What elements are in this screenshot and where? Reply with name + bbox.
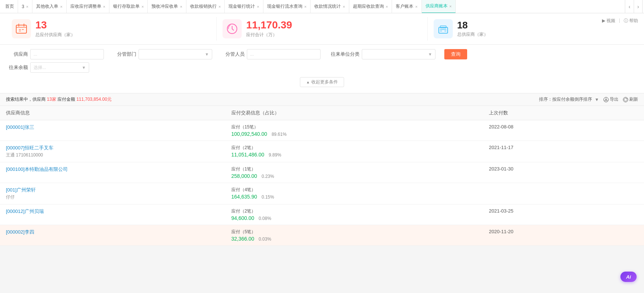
dept-select[interactable]: ▼ <box>139 49 212 59</box>
tab-close-icon[interactable]: × <box>180 4 182 9</box>
last-pay-cell-row-000100: 2023-01-30 <box>483 162 644 183</box>
top-nav: 首页3×其他收入单×应收应付调整单×银行存取款单×预收冲应收单×收款核销执行×现… <box>0 0 644 13</box>
tx-amount-row-001: 164,635.90 <box>231 194 257 200</box>
stat-label-stat-payable-amount: 应付合计（万） <box>246 32 292 38</box>
query-button[interactable]: 查询 <box>444 49 467 59</box>
export-button[interactable]: 导出 <box>603 96 619 103</box>
col-header-lastpay: 上次付数 <box>483 106 644 120</box>
category-select[interactable]: ▼ <box>362 49 435 59</box>
top-right-links: ▶视频 | ⓘ帮助 <box>602 18 638 24</box>
filter-row-1: 供应商 ... 分管部门 ▼ 分管人员 ... 往来单位分类 ▼ <box>6 49 638 59</box>
tx-pct-row-000012: 0.08% <box>259 216 271 221</box>
table-body: [000001]张三应付（15笔）100,092,540.0089.61%202… <box>0 120 644 246</box>
supplier-sub-row-001: 仔仔 <box>6 194 220 200</box>
refresh-button[interactable]: 刷新 <box>623 96 638 103</box>
nav-tab-supplier-ledger[interactable]: 供应商账本× <box>422 0 456 13</box>
dept-label: 分管部门 <box>114 51 136 58</box>
last-pay-cell-row-000012: 2021-03-25 <box>483 204 644 225</box>
table-row: [000001]张三应付（15笔）100,092,540.0089.61%202… <box>0 120 644 141</box>
balance-label: 往来余额 <box>6 64 28 71</box>
tx-cell-row-000012: 应付（2笔）94,600.000.08% <box>225 204 483 225</box>
nav-tab-cash-bank-flow[interactable]: 现金银行流水查询× <box>263 0 311 13</box>
supplier-link-row-000012[interactable]: [000012]广州贝瑞 <box>6 208 44 214</box>
sort-selector[interactable]: 排序：按应付余额倒序排序 ▼ <box>539 96 599 103</box>
supplier-input[interactable]: ... <box>30 49 104 59</box>
tab-close-icon[interactable]: × <box>218 4 221 9</box>
svg-rect-0 <box>16 25 27 33</box>
tx-cell-row-000001: 应付（15笔）100,092,540.0089.61% <box>225 120 483 141</box>
tab-close-icon[interactable]: × <box>103 4 105 9</box>
tx-cell-row-000100: 应付（1笔）258,000.000.23% <box>225 162 483 183</box>
nav-tab-home[interactable]: 首页 <box>1 0 18 13</box>
supplier-link-row-000100[interactable]: [000100]本特勤油品有限公司 <box>6 166 68 172</box>
help-link[interactable]: ⓘ帮助 <box>624 18 638 24</box>
video-link[interactable]: ▶视频 <box>602 18 615 24</box>
nav-tab-bank-deposit[interactable]: 银行存取款单× <box>109 0 148 13</box>
stats-bar: 13总应付供应商（家） 11,170.39应付合计（万） 18总供应商（家） ▶… <box>0 13 644 45</box>
tx-amount-row-000012: 94,600.00 <box>231 215 254 221</box>
supplier-link-row-000007[interactable]: [000007]恒旺二手叉车 <box>6 145 53 151</box>
collapse-up-icon: ▲ <box>306 80 310 84</box>
supplier-link-row-000002[interactable]: [000002]李四 <box>6 229 34 235</box>
export-label: 导出 <box>610 96 619 103</box>
supplier-link-row-001[interactable]: [001]广州荣轩 <box>6 187 36 193</box>
collapse-label: 收起更多条件 <box>311 79 338 85</box>
tab-close-icon[interactable]: × <box>141 4 144 9</box>
tx-amount-row-000007: 11,051,486.00 <box>231 152 265 158</box>
nav-tab-ar-ap-adjust[interactable]: 应收应付调整单× <box>67 0 109 13</box>
tx-label-row-000001: 应付（15笔） <box>231 124 477 130</box>
filter-row-2: 往来余额 选择... ▼ <box>6 62 638 73</box>
nav-prev-arrow[interactable]: ‹ <box>625 0 634 13</box>
tx-pct-row-000007: 9.89% <box>269 152 281 158</box>
col-header-tx: 应付交易信息（占比） <box>225 106 483 120</box>
category-filter-group: 往来单位分类 ▼ <box>331 49 435 59</box>
tab-close-icon[interactable]: × <box>26 4 28 9</box>
data-table-wrapper: 供应商信息 应付交易信息（占比） 上次付数 [000001]张三应付（15笔）1… <box>0 106 644 246</box>
tab-close-icon[interactable]: × <box>60 4 62 9</box>
nav-tab-cash-bank-stat[interactable]: 现金银行统计× <box>225 0 263 13</box>
nav-tab-collection-stat[interactable]: 收款情况统计× <box>311 0 349 13</box>
nav-tab-other-income[interactable]: 其他收入单× <box>32 0 66 13</box>
nav-tab-tab3[interactable]: 3× <box>18 0 32 13</box>
supplier-cell-row-000007: [000007]恒旺二手叉车王通 17106110000 <box>0 141 225 162</box>
stat-number-stat-total-suppliers: 18 <box>457 20 488 31</box>
tx-amount-row-000002: 32,366.00 <box>231 236 254 242</box>
supplier-cell-row-000100: [000100]本特勤油品有限公司 <box>0 162 225 183</box>
tab-close-icon[interactable]: × <box>304 4 307 9</box>
collapse-button[interactable]: ▲ 收起更多条件 <box>300 77 344 87</box>
tx-pct-row-000100: 0.23% <box>262 174 274 179</box>
stat-item-stat-payable-suppliers: 13总应付供应商（家） <box>6 17 217 41</box>
tx-pct-row-001: 0.15% <box>262 194 274 200</box>
nav-tab-prepay-ar[interactable]: 预收冲应收单× <box>148 0 186 13</box>
balance-select[interactable]: 选择... ▼ <box>30 62 89 73</box>
tx-label-row-000012: 应付（2笔） <box>231 208 477 214</box>
last-pay-cell-row-001 <box>483 183 644 204</box>
refresh-icon <box>623 97 628 102</box>
person-input[interactable]: ... <box>247 49 321 59</box>
col-header-supplier: 供应商信息 <box>0 106 225 120</box>
nav-tab-overdue-ar[interactable]: 超期应收款查询× <box>349 0 392 13</box>
tab-close-icon[interactable]: × <box>415 4 417 9</box>
stat-label-stat-total-suppliers: 总供应商（家） <box>457 31 488 38</box>
stat-icon-stat-total-suppliers <box>434 19 453 38</box>
results-actions: 排序：按应付余额倒序排序 ▼ 导出 刷新 <box>539 96 638 103</box>
tab-close-icon[interactable]: × <box>449 4 452 8</box>
stat-label-stat-payable-suppliers: 总应付供应商（家） <box>35 32 75 38</box>
tab-close-icon[interactable]: × <box>386 4 388 9</box>
nav-tab-payment-verify[interactable]: 收款核销执行× <box>186 0 225 13</box>
tab-close-icon[interactable]: × <box>343 4 345 9</box>
table-header: 供应商信息 应付交易信息（占比） 上次付数 <box>0 106 644 120</box>
sort-label: 排序：按应付余额倒序排序 <box>539 96 592 103</box>
tab-close-icon[interactable]: × <box>257 4 259 9</box>
supplier-cell-row-000001: [000001]张三 <box>0 120 225 141</box>
nav-tab-customer-ledger[interactable]: 客户账本× <box>392 0 421 13</box>
table-row: [000012]广州贝瑞应付（2笔）94,600.000.08%2021-03-… <box>0 204 644 225</box>
tx-amount-row-000100: 258,000.00 <box>231 173 257 179</box>
last-pay-cell-row-000002: 2020-11-20 <box>483 225 644 246</box>
nav-next-arrow[interactable]: › <box>634 0 643 13</box>
stat-icon-stat-payable-amount <box>223 19 242 38</box>
results-bar: 搜索结果中，供应商 13家 应付金额 111,703,854.00元 排序：按应… <box>0 93 644 106</box>
tx-label-row-000007: 应付（2笔） <box>231 145 477 151</box>
stat-number-stat-payable-suppliers: 13 <box>35 20 75 31</box>
supplier-link-row-000001[interactable]: [000001]张三 <box>6 124 34 130</box>
